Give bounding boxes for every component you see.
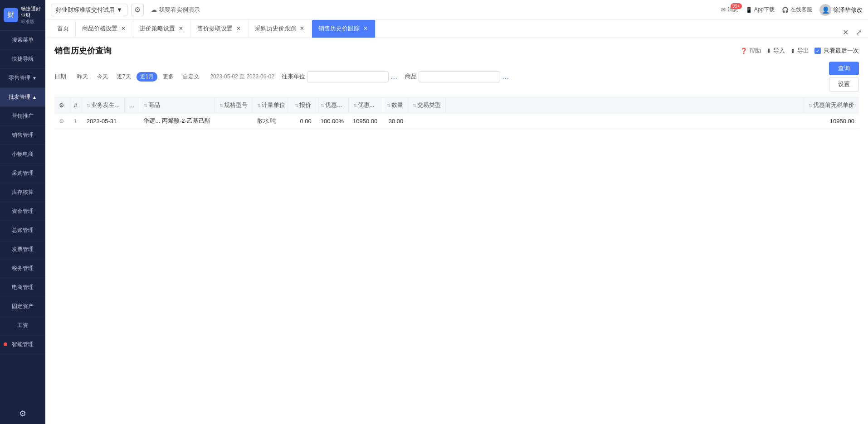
demo-link[interactable]: ☁ 我要看实例演示	[151, 6, 200, 14]
row-product: 华逻... 丙烯酸-2-乙基己酯	[139, 113, 215, 129]
tab-purchase-strategy[interactable]: 进价策略设置 ✕	[133, 20, 191, 38]
row-qty: 30.00	[382, 113, 408, 129]
settings-icon[interactable]: ⚙	[131, 4, 144, 16]
row-price: 0.00	[290, 113, 316, 129]
export-icon: ⬆	[790, 48, 795, 54]
export-button[interactable]: ⬆ 导出	[790, 47, 809, 55]
th-spec[interactable]: ⇅ 规格型号	[215, 97, 253, 113]
tab-close-sale-history[interactable]: ✕	[362, 25, 369, 32]
th-unit[interactable]: ⇅ 计量单位	[253, 97, 290, 113]
gear-icon: ⚙	[59, 102, 64, 109]
message-badge: 99+	[731, 3, 742, 9]
th-qty[interactable]: ⇅ 数量	[382, 97, 408, 113]
date-opt-yesterday[interactable]: 昨天	[73, 72, 92, 82]
th-more[interactable]: ...	[125, 97, 139, 113]
tab-product-price[interactable]: 商品价格设置 ✕	[76, 20, 133, 38]
th-date[interactable]: ⇅ 业务发生...	[82, 97, 125, 113]
demo-icon: ☁	[151, 6, 157, 13]
sidebar-settings-button[interactable]: ⚙	[0, 403, 45, 424]
download-icon: 📱	[746, 7, 752, 13]
sidebar-item-finance[interactable]: 资金管理	[0, 202, 45, 221]
row-unit: 散水 吨	[253, 113, 290, 129]
gear-icon: ⚙	[19, 409, 26, 418]
sort-icon: ⇅	[144, 103, 147, 108]
maximize-button[interactable]: ⤢	[853, 27, 864, 38]
version-dropdown[interactable]: 好业财标准版交付试用 ▼	[51, 4, 127, 16]
th-price[interactable]: ⇅ 报价	[290, 97, 316, 113]
table-header-row: ⚙ # ⇅ 业务发生... ...	[54, 97, 859, 113]
messages-button[interactable]: ✉ 消息 99+	[721, 6, 738, 14]
product-picker-icon[interactable]: …	[502, 72, 509, 81]
tab-home[interactable]: 首页	[51, 20, 76, 38]
sidebar-item-search[interactable]: 搜索菜单	[0, 31, 45, 50]
query-button[interactable]: 查询	[829, 62, 859, 75]
sort-icon: ⇅	[321, 103, 324, 108]
date-opt-today[interactable]: 今天	[93, 72, 112, 82]
sidebar-item-purchase[interactable]: 采购管理	[0, 164, 45, 183]
chevron-down-icon: ▼	[117, 6, 122, 13]
sidebar-item-quick-nav[interactable]: 快捷导航	[0, 50, 45, 69]
row-spec	[215, 113, 253, 129]
sidebar-item-inventory[interactable]: 库存核算	[0, 183, 45, 202]
tab-close-purchase-strategy[interactable]: ✕	[178, 25, 184, 32]
tab-sale-history[interactable]: 销售历史价跟踪 ✕	[312, 20, 375, 38]
page-header: 销售历史价查询 ❓ 帮助 ⬇ 导入 ⬆ 导出 ✓ 只看最后一次	[45, 38, 868, 56]
product-filter: 商品 …	[405, 71, 509, 82]
date-range-display: 2023-05-02 至 2023-06-02	[210, 73, 274, 81]
th-discount-amt[interactable]: ⇅ 优惠...	[348, 97, 382, 113]
help-icon: ❓	[740, 48, 747, 54]
table-row: ⚙ 1 2023-05-31 华逻... 丙烯酸-2-乙基己酯 散水 吨	[54, 113, 859, 129]
sort-icon: ⇅	[809, 103, 812, 108]
app-name: 畅捷通好业财	[21, 5, 42, 19]
sort-icon: ⇅	[353, 103, 357, 108]
sidebar-item-invoice[interactable]: 发票管理	[0, 240, 45, 259]
table-container: ⚙ # ⇅ 业务发生... ...	[45, 97, 868, 129]
sidebar-item-sales[interactable]: 销售管理	[0, 126, 45, 145]
date-opt-custom[interactable]: 自定义	[179, 72, 203, 82]
online-service-button[interactable]: 🎧 在线客服	[782, 6, 812, 14]
th-pretax-price[interactable]: ⇅ 优惠前无税单价	[804, 97, 859, 113]
th-product[interactable]: ⇅ 商品	[139, 97, 215, 113]
tab-sale-price-extract[interactable]: 售价提取设置 ✕	[191, 20, 249, 38]
sidebar-item-ecommerce-small[interactable]: 小畅电商	[0, 145, 45, 164]
th-trade-type[interactable]: ⇅ 交易类型	[408, 97, 445, 113]
app-logo: 财 畅捷通好业财 标准版	[0, 0, 45, 31]
sort-icon: ⇅	[295, 103, 298, 108]
main-content: 好业财标准版交付试用 ▼ ⚙ ☁ 我要看实例演示 ✉ 消息 99+ 📱 App下…	[45, 0, 868, 424]
table-body: ⚙ 1 2023-05-31 华逻... 丙烯酸-2-乙基己酯 散水 吨	[54, 113, 859, 129]
filter-row: 日期 昨天 今天 近7天 近1月 更多 自定义 2023-05-02 至 202…	[45, 56, 868, 97]
sidebar-item-tax[interactable]: 税务管理	[0, 259, 45, 278]
only-last-checkbox-group[interactable]: ✓ 只看最后一次	[814, 47, 859, 55]
partner-picker-icon[interactable]: …	[390, 72, 398, 81]
sidebar-item-ledger[interactable]: 总账管理	[0, 221, 45, 240]
th-discount-pct[interactable]: ⇅ 优惠...	[316, 97, 348, 113]
partner-input[interactable]	[307, 71, 389, 82]
product-input[interactable]	[419, 71, 500, 82]
sidebar-item-payroll[interactable]: 工资	[0, 316, 45, 335]
help-button[interactable]: ❓ 帮助	[740, 47, 761, 55]
app-download-button[interactable]: 📱 App下载	[746, 6, 775, 14]
sidebar-item-assets[interactable]: 固定资产	[0, 297, 45, 316]
sidebar-item-smart[interactable]: 智能管理	[0, 335, 45, 354]
user-menu[interactable]: 👤 徐泽华修改	[819, 4, 863, 16]
row-gear[interactable]: ⚙	[54, 113, 69, 129]
only-last-checkbox[interactable]: ✓	[814, 48, 821, 54]
tab-close-product-price[interactable]: ✕	[120, 25, 127, 32]
settings-button[interactable]: 设置	[829, 77, 859, 92]
tab-close-sale-price-extract[interactable]: ✕	[235, 25, 242, 32]
date-opt-1month[interactable]: 近1月	[137, 72, 158, 82]
avatar: 👤	[819, 4, 831, 16]
sidebar-item-ecommerce[interactable]: 电商管理	[0, 278, 45, 297]
date-opt-7days[interactable]: 近7天	[113, 72, 135, 82]
import-button[interactable]: ⬇ 导入	[766, 47, 785, 55]
tab-close-purchase-history[interactable]: ✕	[299, 25, 305, 32]
th-gear[interactable]: ⚙	[54, 97, 69, 113]
sidebar-item-retail[interactable]: 零售管理 ▼	[0, 69, 45, 88]
tab-purchase-history[interactable]: 采购历史价跟踪 ✕	[249, 20, 312, 38]
row-date: 2023-05-31	[82, 113, 125, 129]
sidebar-item-marketing[interactable]: 营销推广	[0, 107, 45, 126]
sidebar-item-wholesale[interactable]: 批发管理 ▲	[0, 88, 45, 107]
close-tab-button[interactable]: ✕	[840, 27, 851, 38]
date-opt-more[interactable]: 更多	[159, 72, 177, 82]
row-discount-amt: 10950.00	[348, 113, 382, 129]
